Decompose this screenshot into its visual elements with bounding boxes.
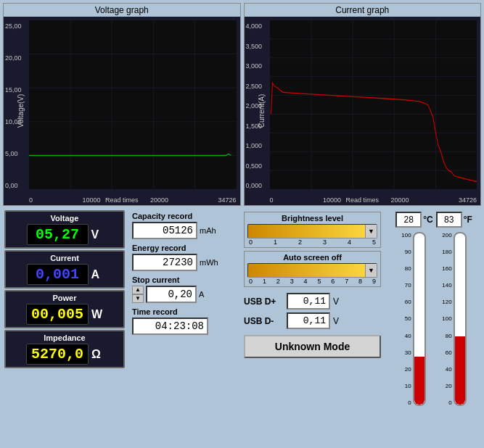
usb-dplus-row: USB D+ V bbox=[244, 293, 381, 310]
current-graph-area: Current(A) bbox=[245, 17, 481, 205]
celsius-thermometer: 100 90 80 70 60 50 40 30 20 10 0 bbox=[395, 232, 432, 442]
thermometers-row: 100 90 80 70 60 50 40 30 20 10 0 bbox=[388, 232, 480, 442]
c-70: 70 bbox=[405, 282, 411, 289]
auto-screen-slider-row: ▼ bbox=[247, 263, 377, 278]
usb-dminus-row: USB D- V bbox=[244, 312, 381, 329]
current-value: 0,001 bbox=[27, 264, 89, 285]
fahrenheit-fill bbox=[455, 336, 465, 405]
auto-screen-slider[interactable]: ▼ bbox=[247, 263, 377, 278]
brightness-slider-row: ▼ bbox=[247, 224, 377, 238]
brightness-dropdown[interactable]: ▼ bbox=[365, 225, 377, 238]
voltage-graph-inner bbox=[29, 20, 237, 189]
fahrenheit-input[interactable] bbox=[436, 212, 462, 228]
f-200: 200 bbox=[442, 232, 451, 238]
b-tick-0: 0 bbox=[249, 238, 253, 246]
v-xtick-10000: 10000 bbox=[82, 196, 100, 204]
f-180: 180 bbox=[442, 249, 451, 255]
b-tick-4: 4 bbox=[348, 238, 351, 246]
brightness-slider[interactable]: ▼ bbox=[247, 224, 377, 238]
c-xtick-20000: 20000 bbox=[390, 196, 409, 204]
v-xtick-0: 0 bbox=[29, 196, 33, 204]
as-tick-5: 5 bbox=[317, 278, 321, 285]
stop-current-group: Stop current ▲ ▼ A bbox=[132, 275, 235, 303]
voltage-group: Voltage 05,27 V bbox=[4, 210, 125, 249]
celsius-scale-labels: 100 90 80 70 60 50 40 30 20 10 0 bbox=[401, 232, 412, 406]
c-xtick-10000: 10000 bbox=[323, 196, 341, 204]
b-tick-3: 3 bbox=[323, 238, 327, 246]
celsius-input[interactable] bbox=[395, 212, 422, 228]
c-xlabel: Read times bbox=[345, 196, 379, 204]
controls-section: Voltage 05,27 V Current 0,001 A Power 00… bbox=[3, 209, 481, 445]
current-svg bbox=[270, 20, 477, 189]
right-panel: Brightness level ▼ 0 1 2 3 4 5 Auto scre… bbox=[241, 209, 384, 445]
v-ytick-20: 20,00 bbox=[5, 54, 22, 62]
fahrenheit-thermo-inner: 200 180 160 140 120 100 80 60 40 20 0 bbox=[442, 232, 466, 406]
middle-panel: Capacity record mAh Energy record mWh St… bbox=[129, 209, 238, 445]
voltage-graph-container: Voltage graph Voltage(V) bbox=[3, 3, 241, 206]
energy-label: Energy record bbox=[132, 244, 235, 252]
brightness-section: Brightness level ▼ 0 1 2 3 4 5 bbox=[244, 212, 381, 248]
fahrenheit-unit: °F bbox=[464, 215, 472, 225]
v-ytick-15: 15,00 bbox=[5, 86, 22, 94]
c-ytick-2000: 2,000 bbox=[246, 102, 263, 109]
f-160: 160 bbox=[442, 265, 451, 272]
usb-dplus-input[interactable] bbox=[287, 293, 330, 310]
as-tick-9: 9 bbox=[372, 278, 376, 285]
energy-unit: mWh bbox=[200, 258, 218, 267]
c-50: 50 bbox=[405, 315, 411, 322]
as-tick-2: 2 bbox=[276, 278, 280, 285]
unknown-mode-button[interactable]: Unknown Mode bbox=[244, 335, 381, 358]
current-graph-title: Current graph bbox=[245, 4, 481, 17]
spinner-up[interactable]: ▲ bbox=[132, 286, 144, 294]
c-0: 0 bbox=[408, 399, 411, 406]
temp-inputs-row: °C °F bbox=[388, 212, 480, 228]
c-ytick-0000: 0,000 bbox=[246, 182, 263, 189]
usb-section: USB D+ V USB D- V bbox=[244, 293, 381, 329]
b-tick-5: 5 bbox=[372, 238, 376, 246]
c-40: 40 bbox=[405, 333, 411, 339]
current-graph-inner bbox=[270, 20, 477, 189]
v-ytick-10: 10,00 bbox=[5, 118, 22, 125]
stop-current-input[interactable] bbox=[146, 286, 197, 303]
spinner-down[interactable]: ▼ bbox=[132, 294, 144, 303]
c-ytick-0500: 0,500 bbox=[246, 162, 263, 170]
fahrenheit-scale-labels: 200 180 160 140 120 100 80 60 40 20 0 bbox=[442, 232, 453, 406]
energy-input-row: mWh bbox=[132, 254, 235, 271]
as-tick-4: 4 bbox=[304, 278, 308, 285]
voltage-value-row: 05,27 V bbox=[9, 224, 120, 245]
f-20: 20 bbox=[446, 383, 452, 389]
capacity-group: Capacity record mAh bbox=[132, 212, 235, 239]
as-tick-7: 7 bbox=[345, 278, 348, 285]
c-60: 60 bbox=[405, 299, 411, 305]
c-ytick-2500: 2,500 bbox=[246, 83, 263, 90]
as-tick-8: 8 bbox=[358, 278, 362, 285]
fahrenheit-bar bbox=[454, 232, 467, 406]
current-unit: A bbox=[91, 268, 103, 281]
brightness-ticks: 0 1 2 3 4 5 bbox=[247, 238, 377, 246]
f-140: 140 bbox=[442, 282, 451, 289]
auto-screen-ticks: 0 1 2 3 4 5 6 7 8 9 bbox=[247, 278, 377, 285]
usb-dminus-input[interactable] bbox=[287, 312, 330, 329]
as-tick-6: 6 bbox=[331, 278, 335, 285]
celsius-fill bbox=[414, 357, 424, 405]
impedance-value: 5270,0 bbox=[26, 344, 89, 365]
capacity-input[interactable] bbox=[132, 222, 197, 239]
f-120: 120 bbox=[442, 299, 451, 305]
auto-screen-dropdown[interactable]: ▼ bbox=[365, 264, 377, 277]
energy-input[interactable] bbox=[132, 254, 197, 271]
power-value-row: 00,005 W bbox=[9, 304, 120, 325]
c-100: 100 bbox=[401, 232, 411, 238]
fahrenheit-input-group: °F bbox=[436, 212, 472, 228]
impedance-value-row: 5270,0 Ω bbox=[9, 344, 120, 365]
fahrenheit-thermometer: 200 180 160 140 120 100 80 60 40 20 0 bbox=[436, 232, 472, 442]
current-graph-container: Current graph Current(A) bbox=[244, 3, 482, 206]
as-tick-1: 1 bbox=[263, 278, 266, 285]
voltage-graph-area: Voltage(V) bbox=[4, 17, 240, 205]
v-xlabel: Read times bbox=[105, 196, 139, 204]
time-input[interactable] bbox=[132, 318, 208, 335]
capacity-unit: mAh bbox=[200, 226, 216, 235]
celsius-input-group: °C bbox=[395, 212, 432, 228]
time-label: Time record bbox=[132, 307, 235, 316]
graphs-section: Voltage graph Voltage(V) bbox=[3, 3, 481, 206]
impedance-label: Impedance bbox=[9, 333, 120, 342]
